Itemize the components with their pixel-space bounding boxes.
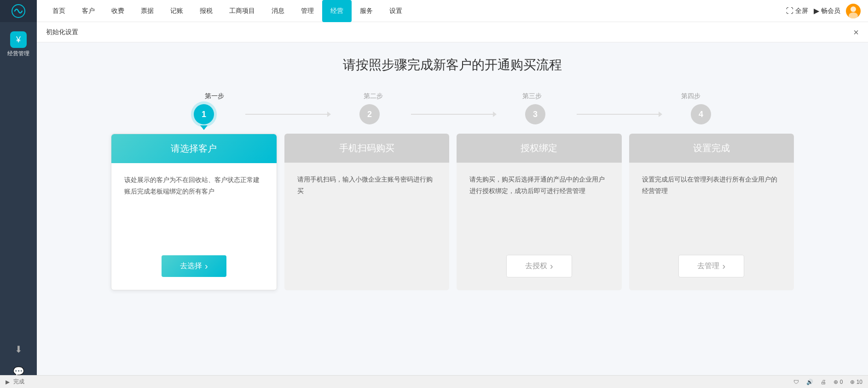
card-header-1: 请选择客户 bbox=[111, 134, 277, 163]
step-card-4: 设置完成 设置完成后可以在管理列表进行所有企业用户的经营管理 去管理 › bbox=[629, 134, 794, 290]
nav-account[interactable]: 记账 bbox=[162, 0, 191, 22]
card-body-2: 请用手机扫码，输入小微企业主账号密码进行购买 bbox=[284, 163, 450, 270]
sidebar: ¥ 经营管理 ⬇ 💬 bbox=[0, 0, 37, 388]
vip-icon: ▶ bbox=[814, 6, 819, 15]
close-button[interactable]: × bbox=[853, 28, 859, 37]
nav-ticket[interactable]: 票据 bbox=[133, 0, 162, 22]
page-header: 初始化设置 × bbox=[37, 22, 868, 42]
jingying-icon: ¥ bbox=[10, 31, 27, 48]
card-body-1: 该处展示的客户为不在回收站、客户状态正常建账后完成老板端绑定的所有客户 bbox=[111, 163, 277, 248]
step-circle-wrap-1: 1 bbox=[194, 104, 214, 124]
step-circle-4: 4 bbox=[691, 104, 711, 124]
step-circle-wrap-3: 3 bbox=[525, 104, 545, 124]
nav-tax[interactable]: 报税 bbox=[191, 0, 221, 22]
arrow-3-4 bbox=[659, 112, 662, 117]
count-ten: ⊕ 10 bbox=[850, 379, 862, 385]
steps-flow: 第一步 第二步 第三步 第四步 1 bbox=[51, 92, 854, 290]
shield-icon: 🛡 bbox=[793, 379, 799, 385]
count-zero: ⊕ 0 bbox=[833, 379, 843, 385]
card-footer-2 bbox=[284, 270, 450, 290]
nav-business[interactable]: 工商项目 bbox=[221, 0, 263, 22]
nav-customer[interactable]: 客户 bbox=[74, 0, 103, 22]
nav-home[interactable]: 首页 bbox=[44, 0, 74, 22]
fullscreen-button[interactable]: ⛶ 全屏 bbox=[786, 7, 808, 15]
go-manage-arrow: › bbox=[722, 261, 725, 271]
nav-manage[interactable]: 管理 bbox=[293, 0, 322, 22]
step-circle-wrap-2: 2 bbox=[359, 104, 380, 124]
go-authorize-button[interactable]: 去授权 › bbox=[506, 255, 572, 277]
card-body-3: 请先购买，购买后选择开通的产品中的企业用户进行授权绑定，成功后即可进行经营管理 bbox=[457, 163, 622, 247]
step-line-2-3 bbox=[411, 114, 494, 115]
sidebar-item-jingying[interactable]: ¥ 经营管理 bbox=[0, 26, 37, 63]
card-header-2: 手机扫码购买 bbox=[284, 134, 450, 163]
step-card-2: 手机扫码购买 请用手机扫码，输入小微企业主账号密码进行购买 bbox=[284, 134, 450, 290]
go-select-arrow: › bbox=[205, 261, 208, 271]
status-left: ▶ 完成 bbox=[6, 378, 24, 386]
card-footer-1: 去选择 › bbox=[111, 248, 277, 290]
nav-operation[interactable]: 经营 bbox=[322, 0, 352, 22]
content-area: 请按照步骤完成新客户的开通购买流程 第一步 第二步 第三步 第四步 1 bbox=[37, 42, 868, 375]
sidebar-item-label: 经营管理 bbox=[7, 50, 29, 58]
arrow-2-3 bbox=[493, 112, 497, 117]
svg-rect-3 bbox=[846, 4, 861, 18]
card-body-4: 设置完成后可以在管理列表进行所有企业用户的经营管理 bbox=[629, 163, 794, 247]
main-area: 初始化设置 × 请按照步骤完成新客户的开通购买流程 第一步 第二步 第三步 第四… bbox=[37, 22, 868, 375]
nav-service[interactable]: 服务 bbox=[352, 0, 381, 22]
status-text: 完成 bbox=[13, 378, 24, 386]
nav-settings[interactable]: 设置 bbox=[381, 0, 411, 22]
volume-icon: 🔊 bbox=[806, 379, 813, 385]
top-nav: 首页 客户 收费 票据 记账 报税 工商项目 消息 管理 经营 服务 设置 ⛶ … bbox=[37, 0, 868, 22]
step-circles-row: 1 2 bbox=[107, 104, 798, 124]
card-footer-4: 去管理 › bbox=[629, 247, 794, 290]
step-circle-2: 2 bbox=[359, 104, 380, 124]
step-label-4: 第四步 bbox=[611, 92, 770, 100]
step-line-1-2 bbox=[245, 114, 328, 115]
print-icon: 🖨 bbox=[821, 379, 826, 385]
fullscreen-icon: ⛶ bbox=[786, 7, 793, 15]
step-cards-row: 请选择客户 该处展示的客户为不在回收站、客户状态正常建账后完成老板端绑定的所有客… bbox=[107, 134, 798, 290]
sidebar-logo bbox=[0, 0, 37, 22]
nav-message[interactable]: 消息 bbox=[263, 0, 293, 22]
step-circle-wrap-4: 4 bbox=[691, 104, 711, 124]
step-card-3: 授权绑定 请先购买，购买后选择开通的产品中的企业用户进行授权绑定，成功后即可进行… bbox=[457, 134, 622, 290]
step-circle-3: 3 bbox=[525, 104, 545, 124]
page-title: 初始化设置 bbox=[46, 28, 78, 36]
step-label-1: 第一步 bbox=[135, 92, 294, 100]
main-heading: 请按照步骤完成新客户的开通购买流程 bbox=[51, 56, 854, 74]
card-header-4: 设置完成 bbox=[629, 134, 794, 163]
avatar[interactable] bbox=[846, 4, 861, 18]
step-labels-row: 第一步 第二步 第三步 第四步 bbox=[107, 92, 798, 100]
status-bar: ▶ 完成 🛡 🔊 🖨 ⊕ 0 ⊕ 10 bbox=[0, 375, 868, 388]
nav-charge[interactable]: 收费 bbox=[103, 0, 133, 22]
step-label-2: 第二步 bbox=[294, 92, 452, 100]
go-select-button[interactable]: 去选择 › bbox=[162, 255, 226, 277]
go-authorize-arrow: › bbox=[550, 261, 553, 271]
step-circle-1: 1 bbox=[194, 104, 214, 124]
vip-button[interactable]: ▶ 畅会员 bbox=[814, 6, 840, 15]
card-header-3: 授权绑定 bbox=[457, 134, 622, 163]
step-line-3-4 bbox=[577, 114, 660, 115]
step-label-3: 第三步 bbox=[452, 92, 611, 100]
card-footer-3: 去授权 › bbox=[457, 247, 622, 290]
nav-right: ⛶ 全屏 ▶ 畅会员 bbox=[786, 4, 861, 18]
step-card-1: 请选择客户 该处展示的客户为不在回收站、客户状态正常建账后完成老板端绑定的所有客… bbox=[111, 134, 277, 290]
arrow-1-2 bbox=[327, 112, 331, 117]
play-icon: ▶ bbox=[6, 379, 10, 385]
status-right: 🛡 🔊 🖨 ⊕ 0 ⊕ 10 bbox=[793, 379, 862, 385]
download-icon[interactable]: ⬇ bbox=[9, 340, 28, 359]
go-manage-button[interactable]: 去管理 › bbox=[678, 255, 744, 277]
